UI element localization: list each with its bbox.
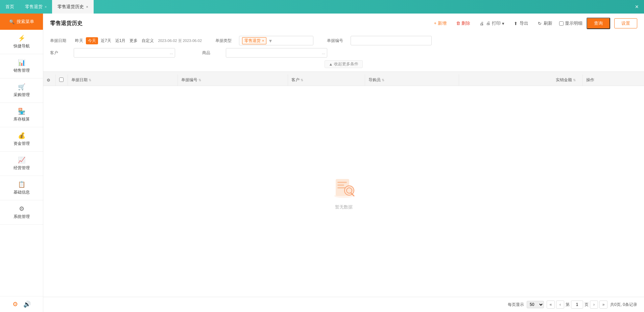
svg-rect-3 (337, 184, 344, 186)
customer-filter-wrap: ... (74, 48, 175, 58)
customer-filter-label: 客户 (50, 50, 74, 56)
page-number-input[interactable] (571, 300, 583, 309)
date-opt-more[interactable]: 更多 (128, 37, 139, 44)
col-checkbox[interactable] (55, 74, 68, 86)
bill-type-filter-label: 单据类型 (215, 38, 239, 44)
search-icon: 🔍 (9, 19, 15, 24)
col-customer[interactable]: 客户 ⇅ (288, 74, 365, 86)
goods-filter-wrap: ... (226, 48, 327, 58)
sidebar-item-operations[interactable]: 📈 经营管理 (0, 152, 43, 176)
sidebar-item-finance[interactable]: 💰 资金管理 (0, 127, 43, 152)
bill-type-tag[interactable]: 零售退货 × (242, 37, 266, 44)
print-button[interactable]: 🖨 🖨 打印 ▾ (477, 19, 507, 28)
sidebar-item-sales[interactable]: 📊 销售管理 (0, 54, 43, 79)
settings-icon[interactable]: ⚙ (13, 300, 18, 308)
export-button[interactable]: ⬆ 导出 (511, 19, 531, 28)
empty-text: 暂无数据 (335, 204, 353, 210)
collapse-button[interactable]: ▲ 收起更多条件 (325, 60, 363, 68)
col-guide-label: 导购员 (368, 77, 381, 83)
sidebar-search-label: 搜索菜单 (17, 19, 34, 25)
bill-type-tag-label: 零售退货 (244, 38, 261, 44)
print-dropdown-icon: ▾ (502, 21, 504, 26)
col-guide[interactable]: 导购员 ⇅ (365, 74, 459, 86)
select-all-checkbox[interactable] (59, 77, 64, 82)
window-close-button[interactable]: × (629, 3, 644, 10)
date-opt-7days[interactable]: 近7天 (99, 37, 113, 44)
page-size-label: 每页显示 (508, 302, 524, 308)
sidebar-search[interactable]: 🔍 搜索菜单 (0, 14, 43, 30)
settings-col-icon[interactable]: ⚙ (47, 78, 50, 83)
sidebar-item-purchase[interactable]: 🛒 采购管理 (0, 79, 43, 103)
col-action: 操作 (583, 74, 644, 86)
goods-input[interactable] (226, 48, 327, 58)
sidebar-item-quick-nav[interactable]: ⚡ 快捷导航 (0, 30, 43, 54)
page-first-button[interactable]: « (547, 300, 555, 309)
filter-row-date: 单据日期 昨天 今天 近7天 近1月 更多 自定义 2023-06-02 至 2… (50, 36, 637, 45)
customer-ellipsis[interactable]: ... (170, 50, 173, 55)
sidebar-item-label: 系统管理 (14, 214, 30, 220)
col-amount[interactable]: 实销金额 ⇅ (459, 74, 583, 86)
purchase-icon: 🛒 (18, 83, 25, 91)
page-size-select[interactable]: 10 20 50 100 (527, 301, 544, 308)
page-next-button[interactable]: › (590, 300, 598, 309)
collapse-row: ▲ 收起更多条件 (50, 60, 637, 68)
date-opt-custom[interactable]: 自定义 (140, 37, 155, 44)
query-button[interactable]: 查询 (587, 18, 610, 29)
tab-retail-return-history-label: 零售退货历史 (57, 4, 84, 10)
col-bill-no[interactable]: 单据编号 ⇅ (178, 74, 288, 86)
table-header-row: ⚙ 单据日期 ⇅ 单据编号 (43, 74, 644, 86)
col-bill-no-sort-icon: ⇅ (198, 78, 201, 82)
delete-button[interactable]: 🗑 删除 (453, 19, 473, 28)
date-options: 昨天 今天 近7天 近1月 更多 自定义 2023-06-02 至 2023-0… (74, 37, 202, 44)
page-suffix: 页 (585, 302, 589, 308)
page-last-button[interactable]: » (599, 300, 607, 309)
sidebar-item-label: 库存核算 (14, 116, 30, 122)
refresh-button[interactable]: ↻ 刷新 (535, 19, 555, 28)
page-header: 零售退货历史 + 新增 🗑 删除 🖨 🖨 打印 ▾ ⬆ 导出 ↻ (43, 14, 644, 72)
export-label: 导出 (520, 20, 528, 26)
page-prev-button[interactable]: ‹ (556, 300, 564, 309)
show-detail-checkbox[interactable] (559, 21, 564, 26)
date-filter-label: 单据日期 (50, 38, 74, 44)
settings-button[interactable]: 设置 (614, 18, 637, 28)
date-opt-today[interactable]: 今天 (86, 37, 98, 44)
tab-retail-return[interactable]: 零售退货 × (20, 0, 52, 14)
show-detail-label: 显示明细 (565, 20, 582, 26)
new-button[interactable]: + 新增 (431, 19, 449, 28)
date-opt-1month[interactable]: 近1月 (114, 37, 127, 44)
bill-no-filter-wrap (351, 36, 472, 45)
pagination-bar: 每页显示 10 20 50 100 « ‹ 第 页 › » 共0页, 0条记录 (43, 297, 644, 312)
tab-home[interactable]: 首页 (0, 0, 20, 14)
sidebar-item-label: 资金管理 (14, 141, 30, 147)
basic-info-icon: 📋 (18, 181, 25, 188)
customer-input[interactable] (74, 48, 175, 58)
col-settings[interactable]: ⚙ (43, 74, 55, 86)
empty-state: 暂无数据 (43, 86, 644, 297)
bill-no-input[interactable] (351, 36, 432, 45)
finance-icon: 💰 (18, 132, 25, 139)
export-icon: ⬆ (514, 21, 518, 26)
sidebar-item-basic-info[interactable]: 📋 基础信息 (0, 176, 43, 200)
goods-ellipsis[interactable]: ... (322, 50, 325, 55)
main-layout: 🔍 搜索菜单 ⚡ 快捷导航 📊 销售管理 🛒 采购管理 🏪 库存核算 💰 资金管… (0, 14, 644, 312)
page-label: 第 (566, 302, 570, 308)
tab-retail-return-history-close[interactable]: × (86, 5, 88, 9)
bill-type-filter-input[interactable]: 零售退货 × ▾ (239, 36, 313, 45)
col-bill-date[interactable]: 单据日期 ⇅ (68, 74, 178, 86)
col-bill-date-sort-icon: ⇅ (89, 78, 91, 82)
top-bar: 首页 零售退货 × 零售退货历史 × × (0, 0, 644, 14)
operations-icon: 📈 (18, 156, 25, 164)
show-detail-checkbox-label[interactable]: 显示明细 (559, 20, 582, 26)
sidebar-item-system[interactable]: ⚙ 系统管理 (0, 200, 43, 225)
tab-retail-return-close[interactable]: × (45, 5, 47, 9)
bill-type-dropdown-icon[interactable]: ▾ (269, 38, 272, 44)
tab-home-label: 首页 (5, 4, 14, 10)
date-opt-yesterday[interactable]: 昨天 (74, 37, 85, 44)
col-amount-sort-icon: ⇅ (573, 78, 576, 82)
sidebar-item-inventory[interactable]: 🏪 库存核算 (0, 103, 43, 127)
bill-type-tag-close[interactable]: × (262, 39, 264, 43)
tab-retail-return-history[interactable]: 零售退货历史 × (52, 0, 93, 14)
col-customer-label: 客户 (291, 77, 300, 83)
speaker-icon[interactable]: 🔊 (23, 300, 31, 308)
quick-nav-icon: ⚡ (18, 35, 25, 42)
